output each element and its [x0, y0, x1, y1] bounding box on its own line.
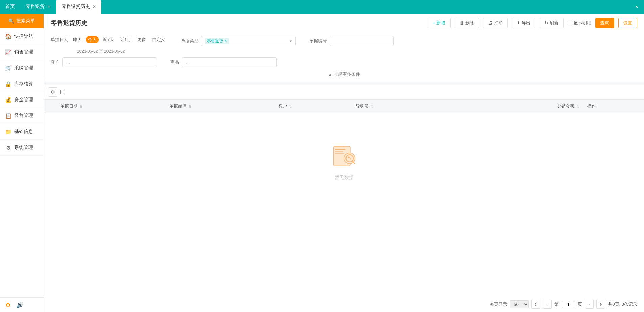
th-no-sort-icon: ⇅: [189, 105, 191, 108]
sidebar-item-inventory-label: 库存核算: [14, 81, 33, 87]
settings-icon[interactable]: ⚙: [5, 301, 11, 309]
print-button[interactable]: 🖨 打印: [483, 18, 508, 28]
sidebar-item-purchase-mgmt[interactable]: 🛒 采购管理: [0, 60, 44, 76]
voucher-no-input[interactable]: [330, 36, 394, 46]
delete-button[interactable]: 🗑 删除: [455, 18, 479, 28]
content-area: 零售退货历史 + 新增 🗑 删除 🖨 打印 ⬆ 导出 ↻ 刷新 显示明细 查询 …: [44, 14, 644, 312]
date-option-today[interactable]: 今天: [86, 36, 99, 43]
query-button[interactable]: 查询: [595, 18, 614, 28]
sidebar-search[interactable]: 🔍 搜索菜单: [0, 14, 44, 28]
show-detail-checkbox-label[interactable]: 显示明细: [568, 20, 591, 26]
date-option-more[interactable]: 更多: [135, 36, 148, 43]
th-spacer: [445, 100, 474, 113]
collapse-button[interactable]: ▲ 收起更多条件: [324, 70, 364, 79]
date-range-text: 2023-06-02 至 2023-06-02: [77, 49, 125, 54]
header-actions: + 新增 🗑 删除 🖨 打印 ⬆ 导出 ↻ 刷新 显示明细 查询 设置: [428, 18, 637, 28]
table-toolbar: ⚙: [44, 85, 644, 100]
voucher-type-label: 单据类型: [181, 38, 198, 44]
th-date[interactable]: 单据日期 ⇅: [56, 100, 165, 113]
sidebar-item-system[interactable]: ⚙ 系统管理: [0, 140, 44, 156]
th-no-label: 单据编号: [169, 104, 187, 109]
collapse-arrow-icon: ▲: [328, 72, 332, 77]
th-guide-sort-icon: ⇅: [371, 105, 374, 108]
svg-rect-1: [335, 149, 346, 150]
customer-select[interactable]: …: [62, 57, 157, 67]
th-date-sort-icon: ⇅: [80, 105, 82, 108]
per-page-select[interactable]: 50 10 20 100: [510, 300, 529, 308]
pagination-bar: 每页显示 50 10 20 100 ⟪ ‹ 第 页 › ⟫ 共0页, 0条记录: [44, 296, 644, 312]
date-options: 昨天 今天 近7天 近1月 更多 自定义: [71, 36, 167, 43]
empty-state: 暂无数据: [44, 113, 644, 194]
tab-retail-return-history[interactable]: 零售退货历史 ✕: [56, 0, 101, 14]
sidebar-item-basic-info[interactable]: 📁 基础信息: [0, 124, 44, 140]
sidebar-item-quick-nav[interactable]: 🏠 快捷导航: [0, 28, 44, 44]
pagination-last-button[interactable]: ⟫: [596, 300, 605, 309]
th-checkbox: [44, 100, 56, 113]
table-section: ⚙ 单据日期 ⇅ 单据编号 ⇅: [44, 85, 644, 296]
tab-retail-return[interactable]: 零售退货 ✕: [20, 0, 56, 14]
voucher-type-remove-icon[interactable]: ×: [224, 39, 227, 43]
sidebar-search-label: 搜索菜单: [16, 18, 35, 24]
per-page-label: 每页显示: [490, 301, 507, 307]
page-title: 零售退货历史: [51, 19, 428, 27]
basic-info-icon: 📁: [5, 129, 11, 135]
show-detail-checkbox[interactable]: [568, 21, 572, 25]
operations-icon: 📋: [5, 113, 11, 119]
pagination-prev-button[interactable]: ‹: [543, 300, 552, 309]
setting-button[interactable]: 设置: [618, 18, 637, 28]
sidebar-item-operations[interactable]: 📋 经营管理: [0, 108, 44, 124]
date-option-7days[interactable]: 近7天: [101, 36, 116, 43]
topbar-close[interactable]: ✕: [635, 4, 644, 9]
top-bar: 首页 零售退货 ✕ 零售退货历史 ✕ ✕: [0, 0, 644, 14]
sidebar-item-sales-mgmt[interactable]: 📈 销售管理: [0, 44, 44, 60]
page-header: 零售退货历史 + 新增 🗑 删除 🖨 打印 ⬆ 导出 ↻ 刷新 显示明细 查询 …: [44, 14, 644, 82]
voucher-type-filter: 单据类型 零售退货 × ▾: [181, 36, 296, 46]
voucher-type-arrow-icon: ▾: [290, 39, 292, 44]
sidebar-item-inventory[interactable]: 🔒 库存核算: [0, 76, 44, 92]
th-guide[interactable]: 导购员 ⇅: [352, 100, 445, 113]
select-all-checkbox[interactable]: [60, 90, 65, 94]
th-date-label: 单据日期: [60, 104, 78, 109]
empty-state-cell: 暂无数据: [44, 113, 644, 195]
date-filter-label: 单据日期: [51, 37, 68, 43]
voucher-no-filter: 单据编号: [309, 36, 394, 46]
sidebar-item-finance[interactable]: 💰 资金管理: [0, 92, 44, 108]
filter-group-2: 客户 … 商品 …: [51, 57, 637, 67]
customer-filter-label: 客户: [51, 59, 59, 65]
new-button[interactable]: + 新增: [428, 18, 450, 28]
filter-group-1: 单据日期 昨天 今天 近7天 近1月 更多 自定义 单据类型: [51, 36, 637, 46]
sales-icon: 📈: [5, 49, 11, 55]
tab-retail-return-label: 零售退货: [26, 4, 45, 10]
th-customer[interactable]: 客户 ⇅: [274, 100, 352, 113]
system-icon: ⚙: [5, 144, 11, 151]
voucher-type-tag: 零售退货 ×: [205, 38, 229, 44]
goods-select[interactable]: …: [182, 57, 277, 67]
tab-home[interactable]: 首页: [0, 0, 20, 14]
date-option-custom[interactable]: 自定义: [150, 36, 167, 43]
refresh-button[interactable]: ↻ 刷新: [540, 18, 564, 28]
voucher-type-select[interactable]: 零售退货 × ▾: [201, 36, 296, 46]
export-button[interactable]: ⬆ 导出: [512, 18, 536, 28]
sidebar-bottom: ⚙ 🔊: [0, 297, 44, 312]
page-input[interactable]: [562, 301, 575, 308]
th-no[interactable]: 单据编号 ⇅: [165, 100, 275, 113]
pagination-first-button[interactable]: ⟪: [531, 300, 540, 309]
sidebar-item-quick-nav-label: 快捷导航: [14, 33, 33, 39]
close-retail-return-history-icon[interactable]: ✕: [93, 4, 96, 9]
tab-retail-return-history-label: 零售退货历史: [62, 4, 90, 10]
svg-rect-2: [335, 151, 343, 152]
th-customer-sort-icon: ⇅: [289, 105, 292, 108]
pagination-next-button[interactable]: ›: [585, 300, 594, 309]
page-header-top: 零售退货历史 + 新增 🗑 删除 🖨 打印 ⬆ 导出 ↻ 刷新 显示明细 查询 …: [51, 18, 637, 28]
date-option-yesterday[interactable]: 昨天: [71, 36, 84, 43]
goods-filter-label: 商品: [170, 59, 179, 65]
search-icon: 🔍: [8, 18, 14, 24]
th-amount-sort-icon: ⇅: [576, 105, 579, 108]
audio-icon[interactable]: 🔊: [16, 301, 24, 309]
date-option-1month[interactable]: 近1月: [118, 36, 133, 43]
th-amount[interactable]: 实销金额 ⇅: [474, 100, 583, 113]
close-retail-return-icon[interactable]: ✕: [47, 4, 51, 9]
table-settings-button[interactable]: ⚙: [48, 87, 57, 97]
svg-rect-3: [335, 153, 344, 154]
sidebar-item-finance-label: 资金管理: [14, 97, 33, 103]
